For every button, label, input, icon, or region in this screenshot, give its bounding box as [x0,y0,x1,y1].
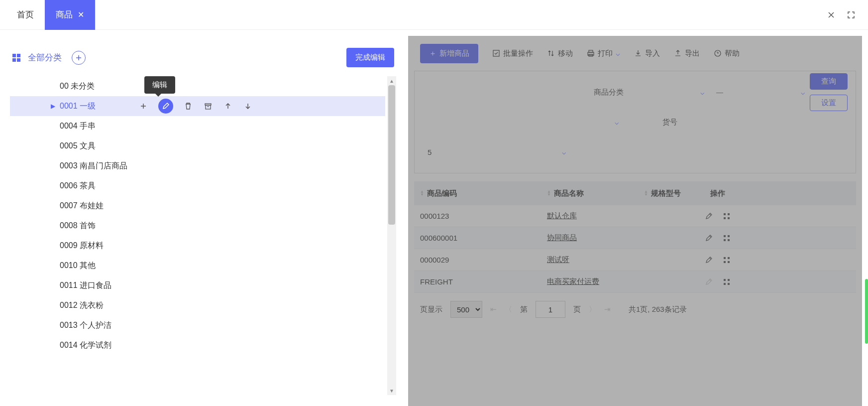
tree-item[interactable]: 0014 化学试剂 [10,335,385,355]
green-indicator [865,279,868,344]
tabs-bar: 首页 商品 ✕ [0,0,868,30]
close-all-icon[interactable] [824,8,838,22]
tree-item[interactable]: 0008 首饰 [10,216,385,236]
edit-tooltip: 编辑 [144,76,175,94]
grid-icon [12,53,21,62]
tree-item-label: 00 未分类 [60,81,95,92]
done-edit-button[interactable]: 完成编辑 [346,48,394,67]
tree-item[interactable]: 0010 其他 [10,256,385,275]
fullscreen-icon[interactable] [844,8,858,22]
svg-rect-24 [17,58,20,62]
svg-rect-26 [206,105,211,109]
tree-item[interactable]: 0004 手串 [10,116,385,136]
tree-item-label: 0009 原材料 [60,241,104,251]
archive-icon[interactable] [203,101,213,111]
tree-item-label: 0011 进口食品 [60,280,111,291]
tree-item[interactable]: 0013 个人护洁 [10,315,385,335]
scrollbar[interactable]: ▲ ▼ [387,76,396,395]
tree-item[interactable]: 0011 进口食品 [10,275,385,295]
close-icon[interactable]: ✕ [78,10,84,19]
tree-item[interactable]: 0005 文具 [10,136,385,156]
add-category-button[interactable] [72,51,86,65]
tree-item-label: 0010 其他 [60,261,96,271]
dim-overlay [408,36,862,406]
tab-home[interactable]: 首页 [6,0,45,30]
scroll-thumb[interactable] [388,85,395,225]
main-panel: ＋ 新增商品 批量操作 移动 打印 ⌵ 导入 [408,36,862,406]
tree-item-label: 0013 个人护洁 [60,320,111,331]
caret-icon[interactable]: ▶ [51,103,55,110]
tab-product-label: 商品 [56,9,73,20]
move-down-icon[interactable] [243,101,253,111]
tree-item[interactable]: 0007 布娃娃 [10,196,385,216]
tree-item[interactable]: 0006 茶具 [10,176,385,196]
tree-item[interactable]: 00 未分类 [10,76,385,96]
add-icon[interactable] [138,101,148,111]
panel-title[interactable]: 全部分类 [28,52,62,63]
tree-item-label: 0003 南昌门店商品 [60,161,127,171]
tree-item-label: 0012 洗衣粉 [60,300,104,311]
move-up-icon[interactable] [223,101,233,111]
tree-item[interactable]: ▶0001 一级编辑 [10,96,385,116]
scroll-down-icon[interactable]: ▼ [387,386,396,395]
tree-item[interactable]: 0012 洗衣粉 [10,295,385,315]
tab-product[interactable]: 商品 ✕ [45,0,95,30]
tree-item-label: 0005 文具 [60,141,96,151]
scroll-up-icon[interactable]: ▲ [387,76,396,85]
svg-rect-22 [17,54,20,57]
tree-item-label: 0014 化学试剂 [60,340,111,351]
tree-item[interactable]: 0009 原材料 [10,236,385,256]
tree-item-label: 0008 首饰 [60,221,96,231]
tree-item-label: 0007 布娃娃 [60,201,104,211]
tree-item[interactable]: 0003 南昌门店商品 [10,156,385,176]
svg-rect-21 [12,54,16,57]
edit-icon[interactable] [158,99,173,114]
delete-icon[interactable] [183,101,193,111]
category-panel: 全部分类 完成编辑 00 未分类▶0001 一级编辑0004 手串0005 文具… [4,36,402,406]
tree-item-label: 0004 手串 [60,121,96,132]
tree-item-label: 0001 一级 [60,101,96,112]
svg-rect-23 [12,58,16,62]
tree-item-label: 0006 茶具 [60,181,96,191]
